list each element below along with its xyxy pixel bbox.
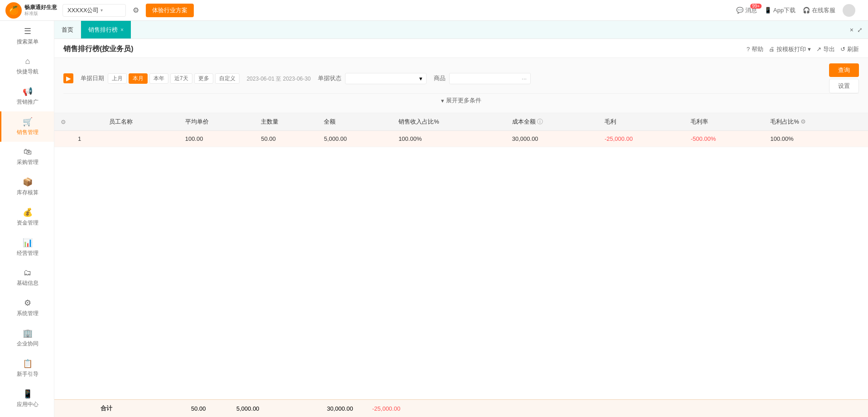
- goods-input[interactable]: ···: [449, 73, 531, 84]
- cell-quantity: 50.00: [255, 131, 318, 147]
- expand-label: 展开更多条件: [446, 96, 481, 105]
- company-selector[interactable]: XXXXX公司 ▾: [62, 4, 126, 17]
- online-service-label: 在线客服: [812, 6, 835, 14]
- window-close-button[interactable]: ×: [850, 26, 854, 34]
- refresh-button[interactable]: ↺ 刷新: [840, 45, 859, 53]
- purchase-icon: 🛍: [24, 147, 32, 157]
- status-select[interactable]: ▾: [345, 73, 427, 84]
- cell-sales-pct: 100.00%: [393, 131, 507, 147]
- message-button[interactable]: 💬 消息 99+: [736, 6, 757, 14]
- sidebar-item-enterprise[interactable]: 🏢 企业协同: [0, 323, 54, 353]
- expand-conditions-button[interactable]: ▾ 展开更多条件: [441, 96, 481, 105]
- date-btn-this-month[interactable]: 本月: [129, 73, 148, 84]
- tab-sales-ranking-label: 销售排行榜: [88, 26, 118, 34]
- footer-profit-cell: -25,000.00: [367, 405, 412, 412]
- date-btn-7days[interactable]: 近7天: [170, 73, 192, 84]
- operations-icon: 📊: [23, 238, 33, 248]
- logo-icon: 🍊: [5, 2, 22, 19]
- tab-home[interactable]: 首页: [54, 21, 81, 38]
- sidebar-item-operations[interactable]: 📊 经营管理: [0, 232, 54, 263]
- col-profit: 毛利: [599, 113, 685, 131]
- profit-pct-info-icon[interactable]: ⚙: [801, 118, 806, 125]
- page-content: 销售排行榜(按业务员) ? 帮助 🖨 按模板打印 ▾ ↗ 导出: [54, 39, 868, 417]
- more-icon[interactable]: ···: [522, 75, 527, 82]
- goods-label: 商品: [434, 74, 446, 82]
- tab-sales-ranking[interactable]: 销售排行榜 ×: [81, 21, 131, 38]
- sidebar-item-marketing[interactable]: 📢 营销推广: [0, 81, 54, 111]
- avatar[interactable]: [843, 4, 855, 17]
- company-settings-button[interactable]: ⚙: [129, 4, 142, 17]
- sidebar-item-inventory[interactable]: 📦 库存核算: [0, 172, 54, 202]
- table-row: 1100.0050.005,000.00100.00%30,000.00-25,…: [54, 131, 868, 147]
- sidebar-label-enterprise: 企业协同: [17, 340, 38, 348]
- online-service-button[interactable]: 🎧 在线客服: [803, 6, 835, 14]
- sidebar-item-basic-info[interactable]: 🗂 基础信息: [0, 263, 54, 292]
- tab-close-icon[interactable]: ×: [120, 27, 124, 33]
- sidebar-label-search-order: 搜索菜单: [17, 38, 38, 46]
- date-btn-custom[interactable]: 自定义: [215, 73, 240, 84]
- finance-icon: 💰: [23, 207, 33, 217]
- export-icon: ↗: [816, 46, 821, 53]
- table-body: 1100.0050.005,000.00100.00%30,000.00-25,…: [54, 131, 868, 147]
- help-label: 帮助: [752, 45, 763, 53]
- tab-home-label: 首页: [62, 26, 73, 34]
- chevron-down-icon: ▾: [101, 8, 103, 13]
- date-btn-prev-month[interactable]: 上月: [108, 73, 127, 84]
- query-button[interactable]: 查询: [829, 63, 859, 77]
- date-btn-more[interactable]: 更多: [194, 73, 213, 84]
- sidebar-label-purchase: 采购管理: [17, 158, 38, 166]
- sidebar-item-app-center[interactable]: 📱 应用中心: [0, 383, 54, 414]
- try-industry-button[interactable]: 体验行业方案: [146, 4, 194, 17]
- date-btn-this-year[interactable]: 本年: [149, 73, 168, 84]
- print-button[interactable]: 🖨 按模板打印 ▾: [769, 45, 811, 53]
- basic-info-icon: 🗂: [24, 268, 32, 278]
- query-section: 查询 设置: [829, 63, 859, 93]
- footer-cost-cell: 30,000.00: [321, 405, 367, 412]
- column-settings-button[interactable]: 设置: [829, 79, 859, 93]
- footer-quantity: 50.00: [191, 405, 206, 412]
- marketing-icon: 📢: [23, 86, 33, 96]
- refresh-icon: ↺: [840, 46, 845, 53]
- sidebar-item-guide[interactable]: 📋 新手引导: [0, 353, 54, 383]
- cell-profit: -25,000.00: [599, 131, 685, 147]
- sidebar-item-search-order[interactable]: ☰ 搜索菜单: [0, 21, 54, 51]
- sidebar-label-guide: 新手引导: [17, 370, 38, 378]
- col-profit-pct: 毛利占比% ⚙: [765, 113, 868, 131]
- sales-icon: 🛒: [23, 117, 33, 127]
- system-icon: ⚙: [24, 298, 31, 308]
- date-label: 单据日期: [81, 74, 104, 82]
- filter-date: 单据日期 上月 本月 本年 近7天 更多 自定义: [81, 73, 240, 84]
- filter-status: 单据状态 ▾: [318, 73, 427, 84]
- expand-row: ▾ 展开更多条件: [63, 93, 859, 107]
- filter-toggle-button[interactable]: ▶: [63, 73, 73, 83]
- sidebar-item-purchase[interactable]: 🛍 采购管理: [0, 142, 54, 172]
- app-download-button[interactable]: 📱 App下载: [764, 6, 796, 14]
- cell-avg-price: 100.00: [180, 131, 256, 147]
- sidebar-item-system[interactable]: ⚙ 系统管理: [0, 292, 54, 323]
- sidebar-label-inventory: 库存核算: [17, 189, 38, 197]
- col-settings[interactable]: ⚙: [54, 113, 72, 131]
- top-bar: 🍊 畅康通好生意 标准版 XXXXX公司 ▾ ⚙ 体验行业方案 💬 消息 99+…: [0, 0, 868, 21]
- window-restore-button[interactable]: ⤢: [857, 26, 863, 34]
- print-icon: 🖨: [769, 46, 775, 53]
- cost-info-icon[interactable]: ⓘ: [537, 118, 543, 125]
- export-button[interactable]: ↗ 导出: [816, 45, 835, 53]
- col-quantity: 主数量: [255, 113, 318, 131]
- date-range-display: 2023-06-01 至 2023-06-30: [247, 74, 311, 83]
- logo: 🍊 畅康通好生意 标准版: [5, 2, 59, 19]
- enterprise-icon: 🏢: [23, 328, 33, 338]
- sidebar-label-basic-info: 基础信息: [17, 279, 38, 287]
- sidebar-item-finance[interactable]: 💰 资金管理: [0, 202, 54, 232]
- sidebar-item-quick-nav[interactable]: ⌂ 快捷导航: [0, 51, 54, 81]
- sidebar-item-sales[interactable]: 🛒 销售管理: [0, 111, 54, 142]
- message-badge: 99+: [750, 4, 762, 9]
- help-button[interactable]: ? 帮助: [747, 45, 763, 53]
- tab-bar-right: × ⤢: [850, 26, 868, 34]
- cell-amount: 5,000.00: [318, 131, 393, 147]
- footer-amount-cell: 5,000.00: [231, 405, 276, 412]
- sidebar-item-wechat[interactable]: 💬 企业微信: [0, 414, 54, 417]
- sidebar-label-quick-nav: 快捷导航: [17, 68, 38, 76]
- tab-bar: 首页 销售排行榜 × × ⤢: [54, 21, 868, 39]
- filter-goods: 商品 ···: [434, 73, 531, 84]
- headset-icon: 🎧: [803, 7, 810, 14]
